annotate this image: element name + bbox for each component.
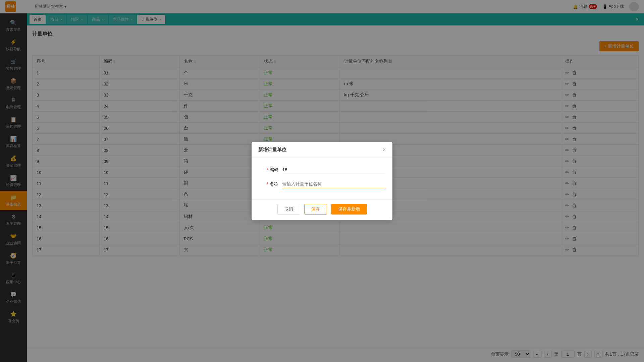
form-row-code: * 编码 xyxy=(258,166,386,174)
save-button[interactable]: 保存 xyxy=(304,204,327,215)
modal-add-unit: 新增计量单位 × * 编码 * 名称 取消 保存 保存并新增 xyxy=(252,142,392,220)
name-input[interactable] xyxy=(282,180,386,188)
code-label: * 编码 xyxy=(258,167,278,173)
modal-title: 新增计量单位 xyxy=(258,147,286,153)
modal-close-button[interactable]: × xyxy=(383,147,386,153)
cancel-button[interactable]: 取消 xyxy=(277,204,300,215)
modal-overlay[interactable]: 新增计量单位 × * 编码 * 名称 取消 保存 保存并新增 xyxy=(0,0,644,362)
modal-body: * 编码 * 名称 xyxy=(252,158,392,199)
form-row-name: * 名称 xyxy=(258,180,386,188)
modal-header: 新增计量单位 × xyxy=(252,142,392,158)
code-input[interactable] xyxy=(282,166,386,174)
name-label: * 名称 xyxy=(258,181,278,187)
save-and-new-button[interactable]: 保存并新增 xyxy=(331,204,367,215)
modal-footer: 取消 保存 保存并新增 xyxy=(252,199,392,220)
